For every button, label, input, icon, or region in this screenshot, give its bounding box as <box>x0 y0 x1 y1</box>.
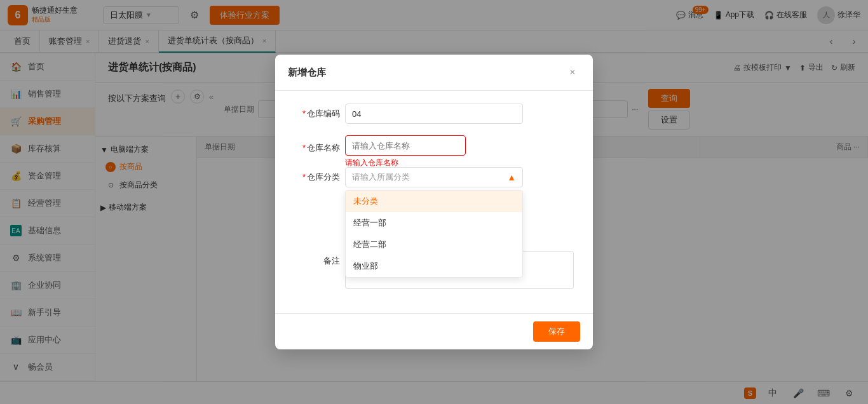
form-row-code: 仓库编码 <box>294 104 574 124</box>
code-label: 仓库编码 <box>294 104 345 119</box>
dropdown-item-dept1[interactable]: 经营一部 <box>346 212 522 234</box>
modal-footer: 保存 <box>275 313 593 349</box>
name-input[interactable] <box>345 135 466 156</box>
dropdown-item-dept3[interactable]: 物业部 <box>346 255 522 277</box>
name-label: 仓库名称 <box>294 138 345 154</box>
category-dropdown-menu: 未分类 经营一部 经营二部 物业部 <box>345 190 523 278</box>
category-dropdown-trigger[interactable]: 请输入所属分类 ▲ <box>345 167 523 187</box>
dropdown-item-dept2[interactable]: 经营二部 <box>346 234 522 255</box>
modal-close-button[interactable]: × <box>565 65 580 80</box>
code-input[interactable] <box>345 104 523 124</box>
add-warehouse-modal: 新增仓库 × 仓库编码 仓库名称 请输入仓库名称 仓库分类 <box>275 55 593 349</box>
modal-title: 新增仓库 <box>288 67 326 79</box>
form-row-name: 仓库名称 请输入仓库名称 <box>294 135 574 156</box>
category-up-arrow: ▲ <box>507 172 516 182</box>
modal-body: 仓库编码 仓库名称 请输入仓库名称 仓库分类 请输入所属分类 ▲ <box>275 91 593 313</box>
dropdown-item-uncategorized[interactable]: 未分类 <box>346 191 522 212</box>
form-row-category: 仓库分类 请输入所属分类 ▲ 未分类 经营一部 经营二部 物业部 <box>294 167 574 187</box>
category-wrapper: 请输入所属分类 ▲ 未分类 经营一部 经营二部 物业部 <box>345 167 523 187</box>
modal-overlay[interactable]: 新增仓库 × 仓库编码 仓库名称 请输入仓库名称 仓库分类 <box>0 0 868 404</box>
remarks-label: 备注 <box>294 251 345 267</box>
save-button[interactable]: 保存 <box>533 321 580 342</box>
category-label: 仓库分类 <box>294 167 345 183</box>
modal-header: 新增仓库 × <box>275 55 593 91</box>
